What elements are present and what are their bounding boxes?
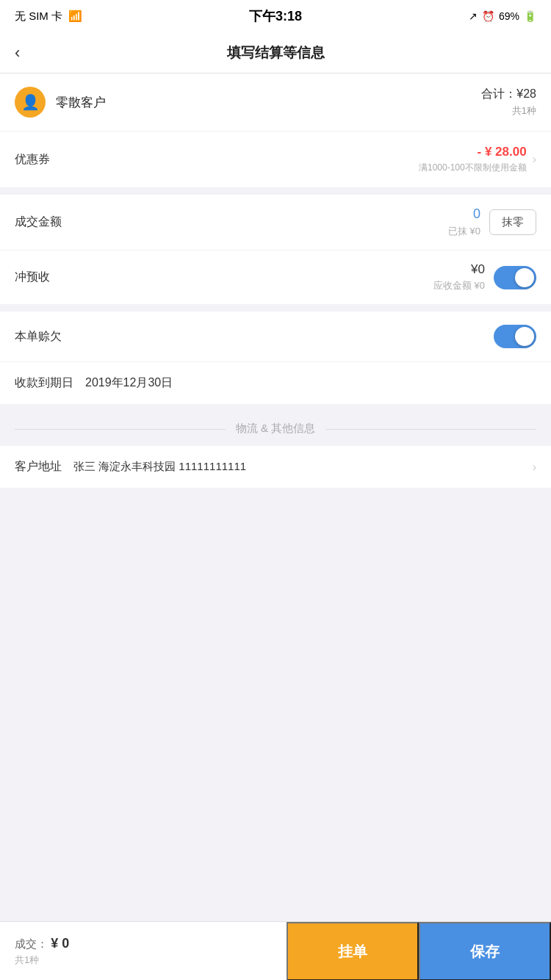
toggle-knob-2 [515, 327, 534, 346]
status-time: 下午3:18 [249, 7, 302, 25]
due-date-row: 收款到期日 2019年12月30日 [0, 362, 551, 404]
due-date-label: 收款到期日 [15, 375, 73, 391]
coupon-amount: - ¥ 28.00 [419, 145, 527, 159]
round-zero-button[interactable]: 抹零 [489, 209, 536, 235]
prepayment-row: 冲预收 ¥0 应收金额 ¥0 [0, 251, 551, 304]
deal-amount-right: 0 已抹 ¥0 抹零 [448, 206, 536, 238]
customer-count: 共1种 [481, 104, 536, 118]
bottom-deal-amount: ¥ 0 [51, 936, 69, 951]
bottom-deal-label: 成交： [15, 937, 48, 950]
bottom-bar: 成交： ¥ 0 共1种 挂单 保存 [0, 921, 551, 980]
deal-amount-row: 成交金额 0 已抹 ¥0 抹零 [0, 195, 551, 251]
customer-section: 👤 零散客户 合计：¥28 共1种 优惠券 - ¥ 28.00 满1000-10… [0, 73, 551, 187]
no-sim-label: 无 SIM 卡 [15, 10, 62, 24]
battery-icon: 🔋 [524, 10, 536, 22]
save-button[interactable]: 保存 [419, 922, 551, 980]
back-button[interactable]: ‹ [15, 43, 20, 62]
coupon-row[interactable]: 优惠券 - ¥ 28.00 满1000-100不限制使用金额 › [0, 131, 551, 187]
customer-row: 👤 零散客户 合计：¥28 共1种 [0, 73, 551, 131]
coupon-label: 优惠券 [15, 152, 50, 167]
status-right: ↗ ⏰ 69% 🔋 [469, 10, 536, 22]
battery-label: 69% [499, 10, 519, 22]
prepayment-amount: ¥0 [433, 262, 485, 277]
logistics-title-wrap: 物流 & 其他信息 [226, 422, 325, 436]
coupon-value-block: - ¥ 28.00 满1000-100不限制使用金额 [419, 145, 527, 174]
address-value: 张三 海淀永丰科技园 11111111111 [73, 460, 525, 474]
location-icon: ↗ [469, 10, 478, 22]
bottom-count: 共1种 [15, 954, 272, 967]
bottom-left: 成交： ¥ 0 共1种 [0, 936, 287, 967]
status-bar: 无 SIM 卡 📶 下午3:18 ↗ ⏰ 69% 🔋 [0, 0, 551, 32]
status-left: 无 SIM 卡 📶 [15, 10, 82, 24]
toggle-knob [515, 268, 534, 287]
page-title: 填写结算等信息 [227, 43, 325, 62]
address-chevron-icon: › [533, 461, 536, 474]
logistics-header: 物流 & 其他信息 [0, 411, 551, 446]
overdue-toggle[interactable] [494, 325, 536, 348]
pending-button[interactable]: 挂单 [287, 922, 419, 980]
address-section: 客户地址 张三 海淀永丰科技园 11111111111 › [0, 446, 551, 488]
bottom-buttons: 挂单 保存 [287, 922, 551, 980]
due-date-value: 2019年12月30日 [85, 375, 173, 391]
prepayment-right: ¥0 应收金额 ¥0 [433, 262, 536, 292]
avatar: 👤 [15, 87, 46, 118]
prepayment-label: 冲预收 [15, 270, 73, 285]
avatar-icon: 👤 [21, 93, 40, 111]
prepayment-toggle[interactable] [494, 266, 536, 289]
content: 👤 零散客户 合计：¥28 共1种 优惠券 - ¥ 28.00 满1000-10… [0, 73, 551, 782]
gray-filler [0, 495, 551, 716]
logistics-title: 物流 & 其他信息 [236, 422, 315, 434]
nav-bar: ‹ 填写结算等信息 [0, 32, 551, 73]
prepayment-value-block: ¥0 应收金额 ¥0 [433, 262, 485, 292]
deal-amount-sub: 已抹 ¥0 [448, 225, 480, 238]
overdue-label: 本单赊欠 [15, 329, 62, 345]
coupon-right: - ¥ 28.00 满1000-100不限制使用金额 › [419, 145, 536, 174]
customer-name: 零散客户 [56, 94, 106, 111]
deal-amount-label: 成交金额 [15, 215, 73, 230]
prepayment-sub: 应收金额 ¥0 [433, 279, 485, 292]
coupon-desc: 满1000-100不限制使用金额 [419, 162, 527, 174]
overdue-row: 本单赊欠 [0, 311, 551, 362]
overdue-section: 本单赊欠 收款到期日 2019年12月30日 [0, 311, 551, 404]
deal-amount-value-block: 0 已抹 ¥0 [448, 206, 480, 238]
chevron-right-icon: › [533, 153, 536, 166]
customer-left: 👤 零散客户 [15, 87, 106, 118]
address-label: 客户地址 [15, 459, 66, 475]
alarm-icon: ⏰ [482, 10, 494, 22]
address-row[interactable]: 客户地址 张三 海淀永丰科技园 11111111111 › [0, 446, 551, 488]
bottom-deal-row: 成交： ¥ 0 [15, 936, 272, 951]
customer-right: 合计：¥28 共1种 [481, 87, 536, 118]
deal-amount-section: 成交金额 0 已抹 ¥0 抹零 冲预收 ¥0 应收金额 ¥0 [0, 195, 551, 304]
deal-amount-value: 0 [448, 206, 480, 222]
wifi-icon: 📶 [68, 10, 82, 23]
customer-total: 合计：¥28 [481, 87, 536, 102]
